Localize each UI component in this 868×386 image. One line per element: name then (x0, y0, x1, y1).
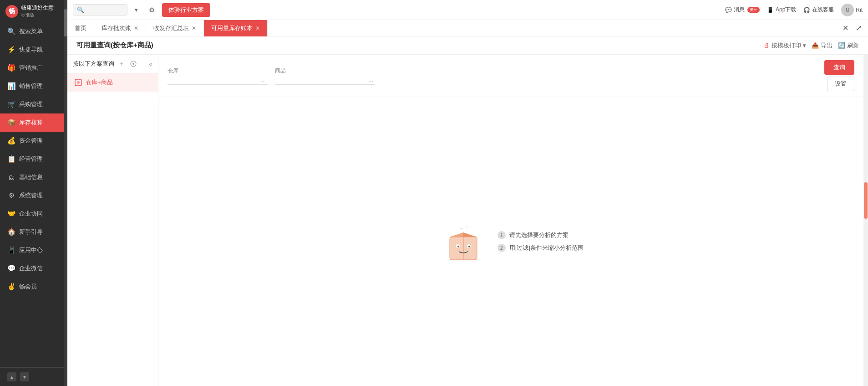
sidebar-item-quicknav[interactable]: ⚡ 快捷导航 (0, 41, 64, 59)
content-body: 按以下方案查询 ＋ « (67, 55, 868, 386)
tab-close-all-btn[interactable]: ✕ (840, 22, 851, 34)
refresh-icon: 🔄 (838, 42, 845, 49)
marketing-icon: 🎁 (7, 64, 15, 72)
finance-icon: 💰 (7, 137, 15, 145)
sidebar-item-cooperation[interactable]: 🤝 企业协同 (0, 205, 64, 223)
empty-hint-2: 2 用[过滤]条件来缩小分析范围 (497, 244, 584, 252)
search-icon: 🔍 (77, 6, 84, 13)
sidebar-bottom: ▲ ▼ (0, 367, 64, 386)
purchase-icon: 🛒 (7, 100, 15, 108)
topbar-gear-icon[interactable]: ⚙ (145, 4, 158, 16)
industry-btn[interactable]: 体验行业方案 (162, 3, 210, 17)
empty-hints: 1 请先选择要分析的方案 2 用[过滤]条件来缩小分析范围 (497, 231, 584, 252)
page-right-scrollbar (863, 55, 868, 386)
topbar-search-input[interactable] (86, 7, 122, 13)
svg-text:~: ~ (466, 225, 468, 230)
tabs-bar: 首页 库存批次账 ✕ 收发存汇总表 ✕ 可用量库存账本 ✕ ✕ ⤢ (67, 20, 868, 36)
left-panel-header: 按以下方案查询 ＋ « (67, 55, 158, 73)
sidebar-item-operation[interactable]: 📋 经营管理 (0, 150, 64, 168)
tab-batch-close[interactable]: ✕ (134, 25, 138, 31)
add-scheme-btn[interactable]: ＋ (117, 59, 126, 68)
tab-summary[interactable]: 收发存汇总表 ✕ (146, 20, 204, 36)
goods-more-btn[interactable]: ... (368, 77, 373, 83)
export-action[interactable]: 📤 导出 (812, 41, 832, 50)
wechat-icon: 💬 (7, 264, 15, 273)
warehouse-more-btn[interactable]: ... (261, 77, 266, 83)
topbar-dropdown-btn[interactable]: ▾ (131, 5, 142, 15)
download-icon: 📱 (767, 7, 774, 13)
refresh-action[interactable]: 🔄 刷新 (838, 41, 859, 50)
export-label: 导出 (821, 41, 832, 50)
left-panel: 按以下方案查询 ＋ « (67, 55, 158, 386)
empty-state-content: ~ ~ 1 请先选择要分析的方案 2 用[过滤]条件来缩小分析范围 (438, 219, 584, 264)
system-icon: ⚙ (7, 191, 15, 200)
tab-available-close[interactable]: ✕ (255, 25, 260, 31)
warehouse-input-wrap: ... (168, 76, 268, 85)
sidebar-item-inventory[interactable]: 📦 库存核算 (0, 113, 64, 132)
empty-hint-1: 1 请先选择要分析的方案 (497, 231, 584, 239)
tab-available[interactable]: 可用量库存账本 ✕ (204, 20, 268, 36)
sidebar-item-finance[interactable]: 💰 资金管理 (0, 132, 64, 150)
scroll-up-btn[interactable]: ▲ (7, 372, 16, 381)
sidebar-item-appcenter[interactable]: 📱 应用中心 (0, 241, 64, 259)
right-scroll-thumb[interactable] (864, 182, 868, 219)
tab-summary-close[interactable]: ✕ (192, 25, 196, 31)
user-name: Rit (856, 7, 863, 13)
main-container: 🔍 ▾ ⚙ 体验行业方案 💬 消息 99+ 📱 App下载 🎧 在线客服 U R… (67, 0, 868, 386)
refresh-label: 刷新 (847, 41, 859, 50)
goods-input[interactable] (277, 77, 366, 83)
filter-row: 仓库 ... 商品 ... (158, 55, 863, 97)
right-panel: 仓库 ... 商品 ... (158, 55, 863, 386)
settings-btn[interactable]: 设置 (827, 77, 854, 91)
scroll-down-btn[interactable]: ▼ (20, 372, 29, 381)
notification-btn[interactable]: 💬 消息 99+ (725, 6, 760, 14)
scheme-item-warehouse-goods[interactable]: 仓库+商品 (67, 73, 158, 92)
query-btn[interactable]: 查询 (824, 60, 854, 75)
app-download-btn[interactable]: 📱 App下载 (767, 6, 796, 14)
user-profile[interactable]: U Rit (841, 4, 863, 16)
page-header: 可用量查询(按仓库+商品) 🖨 按模板打印 ▾ 📤 导出 🔄 刷新 (67, 36, 868, 55)
goods-filter: 商品 ... (275, 67, 375, 85)
manage-scheme-btn[interactable] (129, 59, 138, 68)
tab-home[interactable]: 首页 (67, 20, 94, 36)
print-action[interactable]: 🖨 按模板打印 ▾ (764, 41, 806, 50)
sidebar-item-system[interactable]: ⚙ 系统管理 (0, 186, 64, 205)
tab-expand-btn[interactable]: ⤢ (853, 22, 864, 34)
goods-input-wrap: ... (275, 76, 375, 85)
export-icon: 📤 (812, 42, 819, 49)
search-icon: 🔍 (7, 27, 15, 36)
tabs-end-buttons: ✕ ⤢ (840, 22, 868, 34)
inventory-icon: 📦 (7, 118, 15, 127)
sidebar-item-label: 资金管理 (19, 137, 43, 145)
sidebar-item-label: 采购管理 (19, 100, 43, 108)
sidebar-item-basic[interactable]: 🗂 基础信息 (0, 168, 64, 186)
page-title: 可用量查询(按仓库+商品) (76, 41, 153, 50)
logo-icon: 畅 (5, 5, 18, 18)
sidebar-item-vip[interactable]: ✌ 畅会员 (0, 278, 64, 296)
sidebar-item-label: 企业微信 (19, 264, 43, 273)
sidebar-item-marketing[interactable]: 🎁 营销推广 (0, 59, 64, 77)
topbar-right: 💬 消息 99+ 📱 App下载 🎧 在线客服 U Rit (725, 4, 863, 16)
collapse-panel-btn[interactable]: « (149, 60, 152, 67)
svg-point-1 (132, 63, 134, 65)
tab-summary-label: 收发存汇总表 (153, 24, 189, 32)
app-download-label: App下载 (776, 6, 796, 14)
warehouse-input[interactable] (169, 77, 259, 83)
print-label: 按模板打印 (772, 41, 801, 50)
tab-batch[interactable]: 库存批次账 ✕ (94, 20, 146, 36)
sidebar-item-wechat[interactable]: 💬 企业微信 (0, 259, 64, 278)
sidebar-logo: 畅 畅康通好生意 标准版 (0, 0, 64, 22)
tab-home-label: 首页 (75, 24, 86, 32)
hint-num-2: 2 (497, 244, 506, 252)
sidebar-item-search[interactable]: 🔍 搜索菜单 (0, 22, 64, 41)
sales-icon: 📊 (7, 82, 15, 90)
cooperation-icon: 🤝 (7, 210, 15, 218)
sidebar-scroll: 🔍 搜索菜单 ⚡ 快捷导航 🎁 营销推广 📊 销售管理 🛒 采购管理 📦 库存核… (0, 22, 64, 367)
tab-batch-label: 库存批次账 (102, 24, 131, 32)
online-service-btn[interactable]: 🎧 在线客服 (803, 6, 834, 14)
topbar: 🔍 ▾ ⚙ 体验行业方案 💬 消息 99+ 📱 App下载 🎧 在线客服 U R… (67, 0, 868, 20)
sidebar-item-purchase[interactable]: 🛒 采购管理 (0, 95, 64, 113)
tab-available-label: 可用量库存账本 (211, 24, 253, 32)
sidebar-item-newbie[interactable]: 🏠 新手引导 (0, 223, 64, 241)
sidebar-item-sales[interactable]: 📊 销售管理 (0, 77, 64, 95)
